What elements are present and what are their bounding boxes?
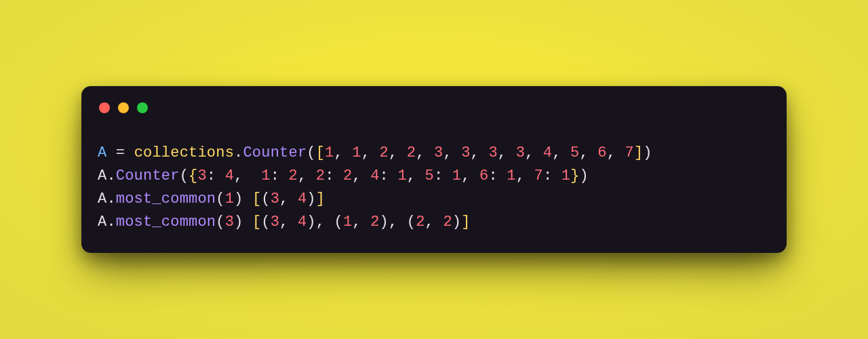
code-token: ) bbox=[580, 167, 589, 184]
code-token: Counter bbox=[116, 167, 180, 184]
code-token: : bbox=[488, 167, 507, 184]
code-token: ) bbox=[234, 214, 252, 231]
code-token: 5 bbox=[425, 167, 434, 184]
code-line: A.most_common(1) [(3, 4)] bbox=[98, 188, 770, 211]
code-token: 2 bbox=[316, 167, 325, 184]
code-token: 3 bbox=[516, 144, 525, 161]
code-token: 5 bbox=[570, 144, 579, 161]
code-token: , bbox=[607, 144, 625, 161]
code-token: , bbox=[516, 167, 534, 184]
code-token: ) bbox=[307, 191, 315, 207]
code-token: , bbox=[552, 144, 570, 161]
code-token: , bbox=[425, 214, 443, 231]
code-token: ( bbox=[180, 167, 189, 184]
code-token: , bbox=[352, 167, 370, 184]
code-token: ) bbox=[643, 144, 652, 161]
code-token: , bbox=[461, 167, 479, 184]
minimize-icon[interactable] bbox=[118, 102, 129, 113]
window-controls bbox=[99, 102, 770, 113]
close-icon[interactable] bbox=[99, 102, 110, 113]
code-token: , bbox=[471, 144, 489, 161]
code-token: ( bbox=[261, 191, 270, 207]
code-token: , bbox=[525, 144, 543, 161]
code-token: 1 bbox=[507, 167, 515, 184]
code-token: ] bbox=[316, 191, 325, 207]
code-line: A = collections.Counter([1, 1, 2, 2, 3, … bbox=[98, 142, 770, 165]
code-token: [ bbox=[252, 214, 261, 231]
code-token: 4 bbox=[543, 144, 552, 161]
code-token: 1 bbox=[352, 144, 361, 161]
code-token: 3 bbox=[434, 144, 443, 161]
code-token: , bbox=[298, 167, 316, 184]
code-token: 4 bbox=[298, 191, 307, 207]
code-token: most_common bbox=[116, 191, 216, 207]
code-token: { bbox=[189, 167, 197, 184]
code-token: 3 bbox=[488, 144, 497, 161]
code-token: , bbox=[279, 214, 298, 231]
code-token: 6 bbox=[597, 144, 606, 161]
code-token: 2 bbox=[416, 214, 425, 231]
code-token: , bbox=[279, 191, 298, 207]
code-token: 2 bbox=[407, 144, 416, 161]
code-line: A.Counter({3: 4, 1: 2, 2: 2, 4: 1, 5: 1,… bbox=[98, 165, 770, 188]
maximize-icon[interactable] bbox=[137, 102, 148, 113]
code-token: ) bbox=[234, 191, 252, 207]
code-token: 3 bbox=[197, 167, 206, 184]
code-token: 2 bbox=[289, 167, 298, 184]
code-token: 3 bbox=[461, 144, 470, 161]
code-token: 3 bbox=[271, 214, 279, 231]
code-token: 2 bbox=[443, 214, 452, 231]
code-token: ( bbox=[216, 214, 224, 231]
code-token: 7 bbox=[534, 167, 542, 184]
code-block: A = collections.Counter([1, 1, 2, 2, 3, … bbox=[98, 142, 770, 234]
code-token: : bbox=[325, 167, 343, 184]
code-token: } bbox=[570, 167, 579, 184]
code-token: 1 bbox=[343, 214, 352, 231]
code-token: ) bbox=[452, 214, 461, 231]
code-token: : bbox=[434, 167, 452, 184]
code-token: : bbox=[543, 167, 561, 184]
code-token: : bbox=[380, 167, 398, 184]
code-line: A.most_common(3) [(3, 4), (1, 2), (2, 2)… bbox=[98, 211, 770, 234]
code-token: . bbox=[234, 144, 243, 161]
code-token: , bbox=[579, 144, 597, 161]
code-token: [ bbox=[316, 144, 325, 161]
code-token: , bbox=[334, 144, 353, 161]
code-token: , bbox=[389, 144, 407, 161]
code-token: 1 bbox=[225, 191, 234, 207]
code-window: A = collections.Counter([1, 1, 2, 2, 3, … bbox=[81, 86, 787, 253]
code-token: 4 bbox=[370, 167, 379, 184]
code-token: 1 bbox=[261, 167, 270, 184]
code-token: 1 bbox=[397, 167, 406, 184]
code-token: 2 bbox=[380, 144, 389, 161]
code-token: Counter bbox=[243, 144, 307, 161]
code-token: ( bbox=[216, 191, 224, 207]
code-token: [ bbox=[252, 191, 261, 207]
code-token: 1 bbox=[452, 167, 461, 184]
code-token: : bbox=[207, 167, 225, 184]
code-token: , bbox=[352, 214, 370, 231]
code-token: A. bbox=[98, 167, 116, 184]
code-token: 4 bbox=[298, 214, 307, 231]
code-token: : bbox=[271, 167, 289, 184]
code-token: A bbox=[98, 144, 106, 161]
code-token: 3 bbox=[225, 214, 234, 231]
stage: A = collections.Counter([1, 1, 2, 2, 3, … bbox=[0, 0, 868, 339]
code-token: most_common bbox=[116, 214, 216, 231]
code-token: 1 bbox=[325, 144, 334, 161]
code-token: ] bbox=[461, 214, 470, 231]
code-token: 2 bbox=[343, 167, 352, 184]
code-token: , bbox=[443, 144, 461, 161]
code-token: collections bbox=[134, 144, 234, 161]
code-token: 6 bbox=[479, 167, 488, 184]
code-token: A. bbox=[98, 214, 116, 231]
code-token: 2 bbox=[370, 214, 379, 231]
code-token: ), ( bbox=[307, 214, 343, 231]
code-token: 4 bbox=[225, 167, 234, 184]
code-token: 7 bbox=[625, 144, 634, 161]
code-token: , bbox=[361, 144, 380, 161]
code-token: , bbox=[407, 167, 425, 184]
code-token: ), ( bbox=[380, 214, 416, 231]
code-token: 3 bbox=[271, 191, 279, 207]
code-token: = bbox=[106, 144, 134, 161]
